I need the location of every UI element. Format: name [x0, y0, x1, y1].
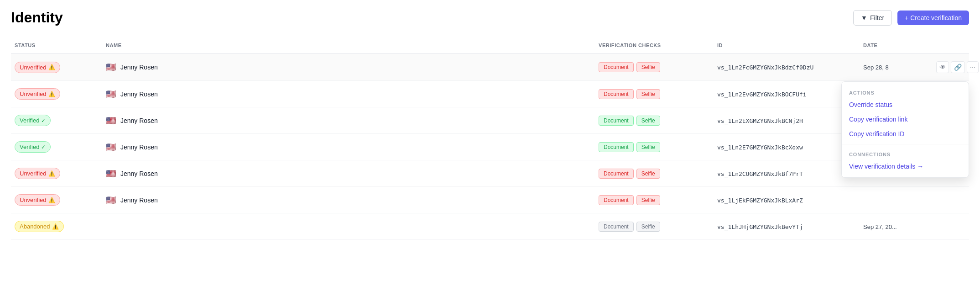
name-cell: 🇺🇸 Jenny Rosen	[102, 167, 595, 181]
more-button[interactable]: ···	[967, 61, 979, 73]
status-badge: Abandoned ⚠️	[15, 221, 64, 232]
filter-label: Filter	[870, 14, 884, 21]
selfie-badge: Selfie	[636, 89, 660, 99]
alert-icon: ⚠️	[52, 223, 59, 230]
col-header-status: STATUS	[11, 41, 102, 50]
alert-icon: ⚠️	[48, 91, 55, 97]
verification-id: vs_1Ln2FcGMZYGNxJkBdzCf0DzU	[717, 64, 813, 71]
view-verification-details-item[interactable]: View verification details →	[842, 159, 969, 174]
table-row: Verified ✓ 🇺🇸 Jenny Rosen Document Selfi…	[11, 107, 969, 134]
check-icon: ✓	[41, 144, 46, 150]
status-text: Unverified	[20, 170, 47, 177]
id-cell: vs_1Ln2E7GMZYGNxJkBcXoxw	[714, 142, 860, 153]
document-badge: Document	[599, 142, 634, 152]
col-header-actions	[933, 41, 969, 50]
alert-icon: ⚠️	[48, 170, 55, 177]
connections-section-label: CONNECTIONS	[842, 147, 969, 159]
id-cell: vs_1LjEkFGMZYGNxJkBLxArZ	[714, 195, 860, 206]
link-icon: 🔗	[954, 64, 962, 71]
actions-cell	[933, 198, 969, 202]
person-name: Jenny Rosen	[120, 90, 158, 98]
verification-id: vs_1Ln2CUGMZYGNxJkBf7PrT	[717, 170, 803, 177]
alert-icon: ⚠️	[48, 197, 55, 203]
status-badge: Unverified ⚠️	[15, 168, 60, 179]
status-text: Unverified	[20, 90, 47, 97]
verification-checks-cell: Document Selfie	[595, 60, 714, 74]
table-row: Abandoned ⚠️ Document Selfie vs_1LhJHjGM…	[11, 213, 969, 240]
document-badge: Document	[599, 62, 634, 72]
table-row: Verified ✓ 🇺🇸 Jenny Rosen Document Selfi…	[11, 134, 969, 160]
date-value: Sep 27, 20...	[863, 223, 897, 230]
actions-cell: 👁 🔗 ··· ACTIONS Override status Copy ver…	[933, 59, 969, 75]
table-row: Unverified ⚠️ 🇺🇸 Jenny Rosen Document Se…	[11, 81, 969, 107]
col-header-id: ID	[714, 41, 860, 50]
verification-checks-cell: Document Selfie	[595, 167, 714, 181]
col-header-verification-checks: VERIFICATION CHECKS	[595, 41, 714, 50]
override-status-item[interactable]: Override status	[842, 97, 969, 112]
page-container: Identity ▼ Filter + Create verification …	[0, 0, 980, 249]
filter-icon: ▼	[861, 14, 867, 21]
verification-id: vs_1Ln2EXGMZYGNxJkBCNj2H	[717, 117, 803, 124]
verification-id: vs_1Ln2E7GMZYGNxJkBcXoxw	[717, 144, 803, 151]
date-cell: Sep 27, 20...	[860, 221, 933, 232]
selfie-badge: Selfie	[636, 62, 660, 72]
create-verification-button[interactable]: + Create verification	[897, 11, 969, 25]
name-cell: 🇺🇸 Jenny Rosen	[102, 87, 595, 101]
document-badge: Document	[599, 222, 634, 232]
more-icon: ···	[970, 64, 975, 71]
flag-icon: 🇺🇸	[106, 195, 116, 205]
actions-section-label: ACTIONS	[842, 85, 969, 97]
person-name: Jenny Rosen	[120, 170, 158, 177]
alert-icon: ⚠️	[48, 64, 55, 70]
copy-verification-link-item[interactable]: Copy verification link	[842, 112, 969, 127]
status-badge: Verified ✓	[15, 141, 51, 153]
id-cell: vs_1Ln2EXGMZYGNxJkBCNj2H	[714, 115, 860, 126]
dropdown-divider	[842, 144, 969, 144]
table-row: Unverified ⚠️ 🇺🇸 Jenny Rosen Document Se…	[11, 54, 969, 81]
copy-verification-id-item[interactable]: Copy verification ID	[842, 127, 969, 141]
selfie-badge: Selfie	[636, 195, 660, 205]
col-header-name: NAME	[102, 41, 595, 50]
status-badge: Unverified ⚠️	[15, 62, 60, 73]
id-cell: vs_1Ln2FcGMZYGNxJkBdzCf0DzU	[714, 62, 860, 73]
link-button[interactable]: 🔗	[951, 61, 965, 73]
person-name: Jenny Rosen	[120, 117, 158, 124]
id-cell: vs_1Ln2CUGMZYGNxJkBf7PrT	[714, 168, 860, 179]
eye-icon: 👁	[939, 64, 946, 71]
verification-checks-cell: Document Selfie	[595, 114, 714, 127]
table-row: Unverified ⚠️ 🇺🇸 Jenny Rosen Document Se…	[11, 187, 969, 213]
status-cell: Verified ✓	[11, 139, 102, 154]
status-text: Unverified	[20, 64, 47, 71]
status-badge: Verified ✓	[15, 115, 51, 126]
name-cell	[102, 225, 595, 228]
document-badge: Document	[599, 116, 634, 126]
page-header: Identity ▼ Filter + Create verification	[11, 9, 969, 26]
flag-icon: 🇺🇸	[106, 89, 116, 99]
verification-checks-cell: Document Selfie	[595, 87, 714, 101]
date-value: Sep 28, 8	[863, 64, 889, 71]
verification-id: vs_1Ln2EvGMZYGNxJkBOCFUfi	[717, 91, 807, 98]
document-badge: Document	[599, 195, 634, 205]
status-text: Unverified	[20, 196, 47, 203]
verification-checks-cell: Document Selfie	[595, 140, 714, 154]
table-row: Unverified ⚠️ 🇺🇸 Jenny Rosen Document Se…	[11, 160, 969, 187]
filter-button[interactable]: ▼ Filter	[853, 10, 892, 26]
status-text: Verified	[20, 143, 39, 150]
table-header-row: STATUS NAME VERIFICATION CHECKS ID DATE	[11, 37, 969, 54]
name-cell: 🇺🇸 Jenny Rosen	[102, 114, 595, 127]
id-cell: vs_1Ln2EvGMZYGNxJkBOCFUfi	[714, 89, 860, 100]
actions-dropdown: ACTIONS Override status Copy verificatio…	[841, 81, 969, 178]
status-text: Abandoned	[20, 223, 50, 230]
eye-button[interactable]: 👁	[936, 61, 949, 73]
flag-icon: 🇺🇸	[106, 142, 116, 152]
page-title: Identity	[11, 9, 63, 26]
selfie-badge: Selfie	[636, 116, 660, 126]
document-badge: Document	[599, 89, 634, 99]
status-badge: Unverified ⚠️	[15, 194, 60, 206]
status-cell: Unverified ⚠️	[11, 166, 102, 181]
verification-checks-cell: Document Selfie	[595, 220, 714, 234]
status-badge: Unverified ⚠️	[15, 88, 60, 100]
name-cell: 🇺🇸 Jenny Rosen	[102, 193, 595, 207]
verification-checks-cell: Document Selfie	[595, 193, 714, 207]
create-verification-label: + Create verification	[905, 14, 962, 21]
